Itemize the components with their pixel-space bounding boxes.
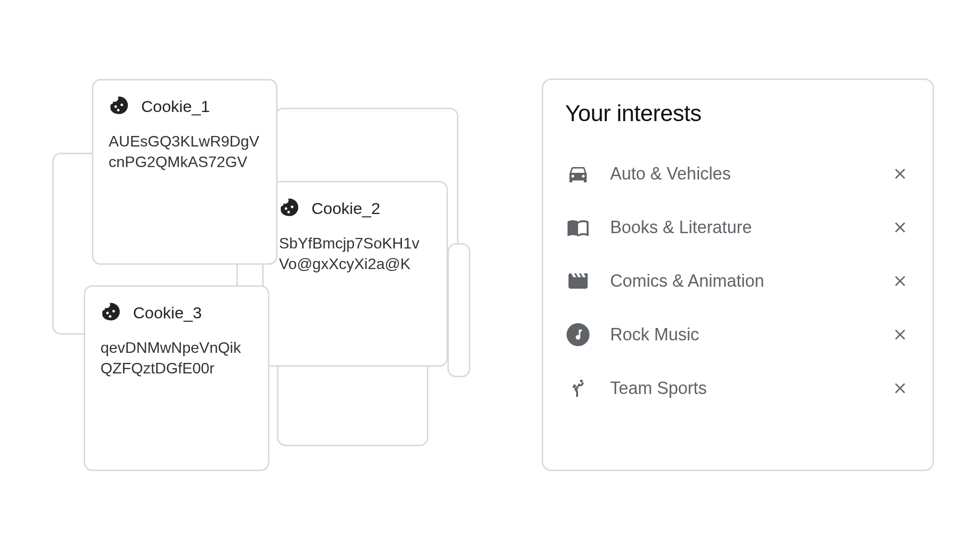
cookie-icon: [109, 95, 130, 118]
cookie-card-1: Cookie_1 AUEsGQ3KLwR9DgV cnPG2QMkAS72GV: [92, 79, 278, 265]
book-icon: [565, 214, 591, 240]
cookie-icon: [279, 197, 300, 220]
cookie-value: qevDNMwNpeVnQik QZFQztDGfE00r: [100, 338, 253, 379]
svg-point-0: [567, 323, 590, 346]
interest-row-rock-music: Rock Music: [565, 314, 911, 355]
interests-panel: Your interests Auto & Vehicles Books & L…: [542, 79, 934, 471]
interest-row-comics-animation: Comics & Animation: [565, 260, 911, 302]
remove-interest-button[interactable]: [890, 270, 911, 292]
remove-interest-button[interactable]: [890, 324, 911, 345]
interest-label: Rock Music: [610, 325, 870, 345]
interest-row-auto-vehicles: Auto & Vehicles: [565, 153, 911, 194]
car-icon: [565, 161, 591, 187]
remove-interest-button[interactable]: [890, 378, 911, 399]
remove-interest-button[interactable]: [890, 217, 911, 238]
interest-label: Comics & Animation: [610, 271, 870, 291]
cookie-title: Cookie_2: [312, 199, 380, 218]
interest-row-books-literature: Books & Literature: [565, 207, 911, 248]
interests-title: Your interests: [565, 100, 911, 126]
ghost-card: [447, 243, 470, 377]
cookie-title: Cookie_1: [141, 97, 210, 116]
cookie-card-2: Cookie_2 SbYfBmcjp7SoKH1v Vo@gxXcyXi2a@K: [262, 181, 448, 367]
music-note-icon: [565, 322, 591, 348]
interest-label: Auto & Vehicles: [610, 164, 870, 184]
sports-icon: [565, 375, 591, 401]
remove-interest-button[interactable]: [890, 163, 911, 184]
cookie-card-3: Cookie_3 qevDNMwNpeVnQik QZFQztDGfE00r: [84, 285, 269, 471]
clapper-icon: [565, 268, 591, 294]
interest-label: Team Sports: [610, 378, 870, 398]
cookie-icon: [100, 301, 122, 324]
cookie-value: AUEsGQ3KLwR9DgV cnPG2QMkAS72GV: [109, 131, 261, 172]
interest-label: Books & Literature: [610, 217, 870, 237]
cookie-title: Cookie_3: [133, 304, 202, 322]
cookie-value: SbYfBmcjp7SoKH1v Vo@gxXcyXi2a@K: [279, 233, 431, 274]
interest-row-team-sports: Team Sports: [565, 368, 911, 409]
